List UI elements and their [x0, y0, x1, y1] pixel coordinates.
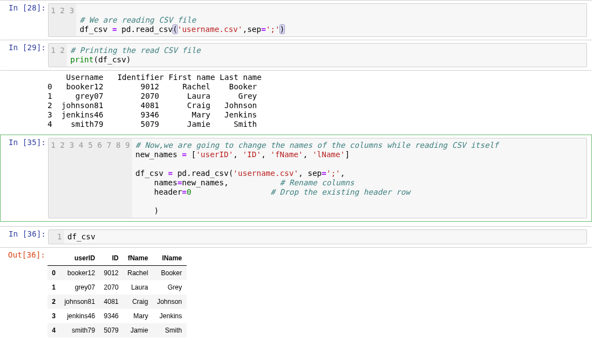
- code-input[interactable]: 1 2 3 4 5 6 7 8 9 # Now,we are going to …: [48, 138, 587, 218]
- code-cell-36: In [36]: 1 df_csv: [0, 226, 592, 248]
- table-row: 1grey072070LauraGrey: [47, 280, 187, 295]
- line-gutter: 1: [49, 230, 64, 244]
- output-cell-29: Username Identifier First name Last name…: [0, 71, 592, 135]
- in-prompt: In [29]:: [1, 40, 46, 70]
- table-row: 0booker129012RachelBooker: [47, 266, 187, 281]
- out-prompt-empty: [0, 71, 45, 131]
- in-prompt: In [35]:: [1, 135, 46, 221]
- table-row: 3jenkins469346MaryJenkins: [47, 309, 187, 323]
- code-editor[interactable]: # Printing the read CSV file print(df_cs…: [67, 44, 586, 67]
- dataframe-output: userID ID fName lName 0booker129012Rache…: [47, 251, 187, 338]
- table-row: 4smith795079JamieSmith: [47, 323, 187, 338]
- out-prompt: Out[36]:: [0, 248, 45, 341]
- table-row: 2johnson814081CraigJohnson: [47, 295, 187, 309]
- code-editor[interactable]: # Now,we are going to change the names o…: [132, 138, 586, 218]
- code-cell-35: In [35]: 1 2 3 4 5 6 7 8 9 # Now,we are …: [0, 135, 592, 222]
- stdout-output: Username Identifier First name Last name…: [47, 71, 588, 131]
- output-cell-36: Out[36]: userID ID fName lName 0booker12…: [0, 248, 592, 344]
- code-input[interactable]: 1 2 3 # We are reading CSV file df_csv =…: [48, 3, 587, 37]
- line-gutter: 1 2 3 4 5 6 7 8 9: [49, 138, 132, 218]
- code-input[interactable]: 1 df_csv: [48, 229, 587, 244]
- in-prompt: In [36]:: [1, 227, 46, 247]
- code-editor[interactable]: # We are reading CSV file df_csv = pd.re…: [76, 4, 586, 36]
- code-cell-29: In [29]: 1 2 # Printing the read CSV fil…: [0, 40, 592, 71]
- code-editor[interactable]: df_csv: [64, 230, 586, 244]
- line-gutter: 1 2 3: [49, 4, 76, 36]
- line-gutter: 1 2: [49, 44, 67, 67]
- code-cell-28: In [28]: 1 2 3 # We are reading CSV file…: [0, 0, 592, 40]
- code-input[interactable]: 1 2 # Printing the read CSV file print(d…: [48, 43, 587, 67]
- table-header-row: userID ID fName lName: [47, 251, 187, 266]
- in-prompt: In [28]:: [1, 1, 46, 40]
